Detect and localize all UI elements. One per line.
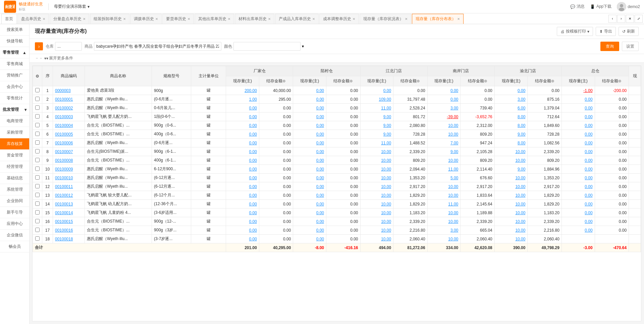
row-code[interactable]: 00100003 (53, 112, 85, 121)
tab-close-7[interactable]: ✕ (268, 17, 271, 21)
sidebar-item-member2[interactable]: 畅会员 (0, 241, 29, 252)
row-check[interactable] (33, 217, 42, 226)
row-ck4-qty[interactable]: 10.00 (427, 130, 461, 139)
row-check[interactable] (33, 121, 42, 130)
tab-close-all-btn[interactable]: ✕ (626, 15, 634, 23)
row-ck4-qty[interactable]: 11.00 (427, 200, 461, 209)
row-ck1-qty[interactable]: 200.00 (226, 86, 259, 95)
row-ck5-qty[interactable]: 6.00 (494, 104, 528, 112)
row-total-qty[interactable]: 0.00 (561, 156, 595, 165)
row-ck2-qty[interactable]: 0.00 (293, 104, 326, 112)
row-check[interactable] (33, 86, 42, 95)
row-ck3-qty[interactable]: 10.00 (360, 165, 393, 174)
row-ck3-qty[interactable]: 10.00 (360, 217, 393, 226)
tab-close-4[interactable]: ✕ (155, 17, 158, 21)
row-ck4-qty[interactable]: -39.00 (427, 112, 461, 121)
tab-close-5[interactable]: ✕ (187, 17, 190, 21)
row-ck2-qty[interactable]: 0.00 (293, 209, 326, 217)
row-ck1-qty[interactable]: 0.00 (226, 174, 259, 182)
row-ck1-qty[interactable]: 0.00 (226, 200, 259, 209)
row-ck2-qty[interactable]: 0.00 (293, 86, 326, 95)
row-ck4-qty[interactable]: 10.00 (427, 235, 461, 243)
row-code[interactable]: 00100014 (53, 209, 85, 217)
row-check[interactable] (33, 147, 42, 156)
row-check[interactable] (33, 174, 42, 182)
sidebar-item-guide[interactable]: 新手引导 (0, 207, 29, 218)
row-ck1-qty[interactable]: 0.00 (226, 235, 259, 243)
row-ck1-qty[interactable]: 0.00 (226, 112, 259, 121)
row-ck5-qty[interactable]: 10.00 (494, 200, 528, 209)
tab-close-3[interactable]: ✕ (123, 17, 126, 21)
setting-button[interactable]: 设置 (622, 42, 639, 51)
tab-home[interactable]: 首页 (1, 14, 17, 24)
row-check[interactable] (33, 191, 42, 200)
app-download-btn[interactable]: 📱 App下载 (590, 4, 611, 9)
row-ck4-qty[interactable]: 10.00 (427, 191, 461, 200)
tab-8[interactable]: 产成品入库单历史 ✕ (275, 14, 319, 24)
row-ck5-qty[interactable]: 9.00 (494, 165, 528, 174)
expand-more-btn[interactable]: ▾▾ 展开更多条件 (44, 55, 73, 61)
row-ck2-qty[interactable]: 0.00 (293, 139, 326, 147)
row-check[interactable] (33, 209, 42, 217)
row-ck5-qty[interactable]: 10.00 (494, 217, 528, 226)
row-ck2-qty[interactable]: 0.00 (293, 217, 326, 226)
row-total-qty[interactable] (561, 235, 595, 243)
row-ck5-qty[interactable]: 10.00 (494, 235, 528, 243)
tab-9[interactable]: 成本调整单历史 ✕ (319, 14, 359, 24)
tab-close-10[interactable]: ✕ (405, 17, 408, 21)
row-ck5-qty[interactable]: 10.00 (494, 226, 528, 235)
row-ck2-qty[interactable]: 0.00 (293, 121, 326, 130)
tab-7[interactable]: 材料出库单历史 ✕ (235, 14, 274, 24)
row-ck2-qty[interactable]: 0.00 (293, 165, 326, 174)
tab-expand-btn[interactable]: ⤢ (635, 15, 643, 23)
col-settings[interactable]: ⚙ (33, 66, 42, 86)
row-check[interactable] (33, 104, 42, 112)
tab-6[interactable]: 其他出库单历史 ✕ (195, 14, 234, 24)
row-code[interactable]: 00100018 (53, 235, 85, 243)
sidebar-item-marketing[interactable]: 营销推广 (0, 70, 29, 81)
sidebar-item-wechat[interactable]: 企业微信 (0, 230, 29, 241)
sidebar-item-appcenter[interactable]: 应用中心 (0, 218, 29, 230)
tab-1[interactable]: 盘点单历史 ✕ (17, 14, 49, 24)
row-ck5-qty[interactable]: 8.00 (494, 112, 528, 121)
row-code[interactable]: 00100011 (53, 182, 85, 191)
sidebar-item-collab[interactable]: 企业协同 (0, 195, 29, 207)
row-check[interactable] (33, 156, 42, 165)
warehouse-input[interactable] (55, 42, 82, 51)
sidebar-item-retail-mall[interactable]: 零售商城 (0, 58, 29, 70)
sidebar-item-basics[interactable]: 基础信息 (0, 173, 29, 184)
sidebar-item-ecommerce[interactable]: 电商管理 (0, 115, 29, 127)
row-ck5-qty[interactable]: 0.00 (494, 86, 528, 95)
row-total-qty[interactable]: 0.00 (561, 200, 595, 209)
row-ck1-qty[interactable]: 0.00 (226, 147, 259, 156)
row-ck2-qty[interactable]: 0.00 (293, 156, 326, 165)
row-ck1-qty[interactable]: 0.00 (226, 191, 259, 200)
row-ck4-qty[interactable]: 10.00 (427, 121, 461, 130)
row-total-qty[interactable]: 0.00 (561, 139, 595, 147)
row-ck3-qty[interactable]: 109.00 (360, 95, 393, 104)
row-ck3-qty[interactable]: 9.00 (360, 121, 393, 130)
sidebar-item-operations[interactable]: 经营管理 (0, 161, 29, 173)
row-ck4-qty[interactable]: 0.00 (427, 95, 461, 104)
row-code[interactable]: 00100002 (53, 104, 85, 112)
row-ck5-qty[interactable]: 8.00 (494, 121, 528, 130)
row-ck5-qty[interactable]: 3.00 (494, 95, 528, 104)
row-ck3-qty[interactable]: 10.00 (360, 156, 393, 165)
tab-prev-btn[interactable]: ‹ (608, 15, 616, 23)
row-ck3-qty[interactable]: 9.00 (360, 130, 393, 139)
row-ck3-qty[interactable]: 10.00 (360, 182, 393, 191)
row-ck1-qty[interactable]: 0.00 (226, 226, 259, 235)
row-ck4-qty[interactable]: 9.00 (427, 147, 461, 156)
tab-10[interactable]: 现存量（库存状况表） ✕ (360, 14, 411, 24)
row-ck2-qty[interactable]: 0.00 (293, 112, 326, 121)
row-ck5-qty[interactable]: 10.00 (494, 182, 528, 191)
sidebar-item-nav[interactable]: 快捷导航 (0, 36, 29, 47)
sidebar-item-inventory[interactable]: 库存核算 (0, 138, 29, 150)
row-ck4-qty[interactable]: 5.00 (427, 174, 461, 182)
row-ck4-qty[interactable]: 3.00 (427, 104, 461, 112)
row-code[interactable]: 00100007 (53, 147, 85, 156)
tab-3[interactable]: 组装拆卸单历史 ✕ (90, 14, 129, 24)
row-check[interactable] (33, 226, 42, 235)
row-check[interactable] (33, 139, 42, 147)
company-selector[interactable]: 母婴行业演示陈套 ▾ (54, 4, 90, 9)
